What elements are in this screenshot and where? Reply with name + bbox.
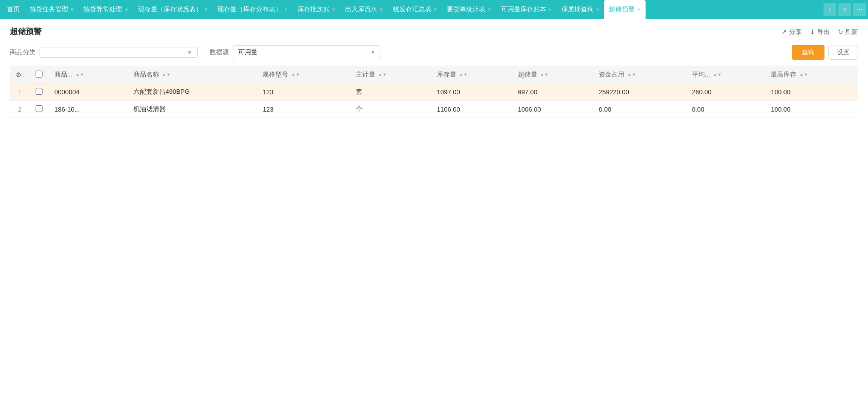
sort-icon[interactable]: ▲▼ xyxy=(713,73,722,77)
table-body: 1 0000004 六配套新昌490BPG 123 套 1097.00 997.… xyxy=(10,83,858,118)
select-all-checkbox[interactable] xyxy=(36,71,43,78)
th-spec: 规格型号 ▲▼ xyxy=(257,66,349,83)
close-icon[interactable]: × xyxy=(488,6,491,12)
row-stock: 1106.00 xyxy=(431,101,512,118)
row-number: 1 xyxy=(10,83,30,101)
th-max-stock: 最高库存 ▲▼ xyxy=(765,66,858,83)
close-icon[interactable]: × xyxy=(380,6,383,12)
close-icon[interactable]: × xyxy=(205,6,208,12)
row-avg-price: 0.00 xyxy=(686,101,765,118)
row-code: 0000004 xyxy=(48,83,128,101)
th-code: 商品... ▲▼ xyxy=(48,66,128,83)
nav-more-button[interactable]: ⋯ xyxy=(853,3,866,16)
page-title: 超储预警 xyxy=(10,27,42,37)
th-avg-price: 平均... ▲▼ xyxy=(686,66,765,83)
close-icon[interactable]: × xyxy=(125,6,128,12)
sort-icon[interactable]: ▲▼ xyxy=(627,73,636,77)
row-checkbox[interactable] xyxy=(36,88,43,95)
close-icon[interactable]: × xyxy=(596,6,599,12)
sort-icon[interactable]: ▲▼ xyxy=(75,73,84,77)
refresh-button[interactable]: ↻ 刷新 xyxy=(838,28,858,37)
nav-item-available-stock[interactable]: 可用量库存账本 × xyxy=(496,0,557,19)
nav-item-expiry[interactable]: 保质期查询 × xyxy=(557,0,604,19)
row-name: 机油滤清器 xyxy=(128,101,257,118)
datasource-select-value: 可用量 xyxy=(238,48,258,57)
table-header: ⚙ 商品... ▲▼ 商品名称 ▲▼ 规格型号 ▲▼ 主计 xyxy=(10,66,858,83)
row-checkbox[interactable] xyxy=(36,105,43,112)
export-icon: ⤓ xyxy=(810,28,815,36)
row-spec: 123 xyxy=(257,101,349,118)
export-button[interactable]: ⤓ 导出 xyxy=(810,28,830,37)
datasource-select[interactable]: 可用量 ▼ xyxy=(233,45,381,59)
nav-next-button[interactable]: › xyxy=(838,3,851,16)
close-icon[interactable]: × xyxy=(549,6,552,12)
row-spec: 123 xyxy=(257,83,349,101)
row-max-stock: 100.00 xyxy=(765,101,858,118)
row-stock: 1097.00 xyxy=(431,83,512,101)
row-unit: 套 xyxy=(350,83,431,101)
page-content: 超储预警 ↗ 分享 ⤓ 导出 ↻ 刷新 商品分类 ▼ 数据源 xyxy=(0,19,868,126)
th-overstock: 超储量 ▲▼ xyxy=(512,66,593,83)
sort-icon[interactable]: ▲▼ xyxy=(540,73,549,77)
sort-icon[interactable]: ▲▼ xyxy=(378,73,387,77)
settings-button[interactable]: 设置 xyxy=(828,45,858,60)
sort-icon[interactable]: ▲▼ xyxy=(799,73,808,77)
table-row[interactable]: 2 186-10... 机油滤清器 123 个 1106.00 1006.00 … xyxy=(10,101,858,118)
nav-item-picking-task[interactable]: 拣货任务管理 × xyxy=(25,0,79,19)
row-unit: 个 xyxy=(350,101,431,118)
category-label: 商品分类 xyxy=(10,48,36,57)
row-overstock: 997.00 xyxy=(512,83,593,101)
th-capital: 资金占用 ▲▼ xyxy=(593,66,686,83)
nav-item-flow[interactable]: 出入库流水 × xyxy=(340,0,388,19)
row-code: 186-10... xyxy=(48,101,128,118)
chevron-down-icon: ▼ xyxy=(370,49,376,55)
row-max-stock: 100.00 xyxy=(765,83,858,101)
row-checkbox-cell[interactable] xyxy=(30,101,48,118)
category-filter-group: 商品分类 ▼ xyxy=(10,47,198,58)
th-name: 商品名称 ▲▼ xyxy=(128,66,257,83)
sort-icon[interactable]: ▲▼ xyxy=(291,73,300,77)
th-settings[interactable]: ⚙ xyxy=(10,66,30,83)
share-button[interactable]: ↗ 分享 xyxy=(781,28,802,37)
nav-item-overstock[interactable]: 超储预警 × xyxy=(604,0,645,19)
close-icon[interactable]: × xyxy=(71,6,74,12)
nav-item-picking-exception[interactable]: 拣货异常处理 × xyxy=(79,0,132,19)
nav-item-order-stats[interactable]: 要货单统计表 × xyxy=(442,0,496,19)
nav-item-batch-account[interactable]: 库存批次账 × xyxy=(293,0,340,19)
refresh-icon: ↻ xyxy=(838,28,843,36)
row-number: 2 xyxy=(10,101,30,118)
chevron-down-icon: ▼ xyxy=(187,49,192,55)
nav-prev-button[interactable]: ‹ xyxy=(824,3,836,16)
data-table: ⚙ 商品... ▲▼ 商品名称 ▲▼ 规格型号 ▲▼ 主计 xyxy=(10,66,858,118)
page-header: 超储预警 ↗ 分享 ⤓ 导出 ↻ 刷新 xyxy=(10,27,858,37)
th-checkbox[interactable] xyxy=(30,66,48,83)
filter-row: 商品分类 ▼ 数据源 可用量 ▼ 查询 设置 xyxy=(10,45,858,60)
table-row[interactable]: 1 0000004 六配套新昌490BPG 123 套 1097.00 997.… xyxy=(10,83,858,101)
close-icon[interactable]: × xyxy=(637,6,640,12)
row-capital: 259220.00 xyxy=(593,83,686,101)
nav-controls: ‹ › ⋯ xyxy=(824,3,866,16)
row-overstock: 1006.00 xyxy=(512,101,593,118)
datasource-filter-group: 数据源 可用量 ▼ xyxy=(210,45,381,59)
row-checkbox-cell[interactable] xyxy=(30,83,48,101)
th-stock: 库存量 ▲▼ xyxy=(431,66,512,83)
th-unit: 主计量 ▲▼ xyxy=(350,66,431,83)
category-select[interactable]: ▼ xyxy=(40,47,198,58)
nav-item-current-stock-dist[interactable]: 现存量（库存分布表） × xyxy=(213,0,292,19)
nav-item-summary[interactable]: 收发存汇总表 × xyxy=(388,0,442,19)
close-icon[interactable]: × xyxy=(284,6,287,12)
row-avg-price: 260.00 xyxy=(686,83,765,101)
nav-item-current-stock-status[interactable]: 现存量（库存状况表） × xyxy=(133,0,213,19)
filter-buttons: 查询 设置 xyxy=(792,45,858,60)
row-capital: 0.00 xyxy=(593,101,686,118)
query-button[interactable]: 查询 xyxy=(792,45,825,60)
row-name: 六配套新昌490BPG xyxy=(128,83,257,101)
sort-icon[interactable]: ▲▼ xyxy=(459,73,468,77)
top-nav: 首页 拣货任务管理 × 拣货异常处理 × 现存量（库存状况表） × 现存量（库存… xyxy=(0,0,868,19)
close-icon[interactable]: × xyxy=(434,6,437,12)
close-icon[interactable]: × xyxy=(332,6,335,12)
datasource-label: 数据源 xyxy=(210,48,229,57)
nav-item-home[interactable]: 首页 xyxy=(2,0,25,19)
settings-icon[interactable]: ⚙ xyxy=(16,71,22,79)
sort-icon[interactable]: ▲▼ xyxy=(162,73,171,77)
